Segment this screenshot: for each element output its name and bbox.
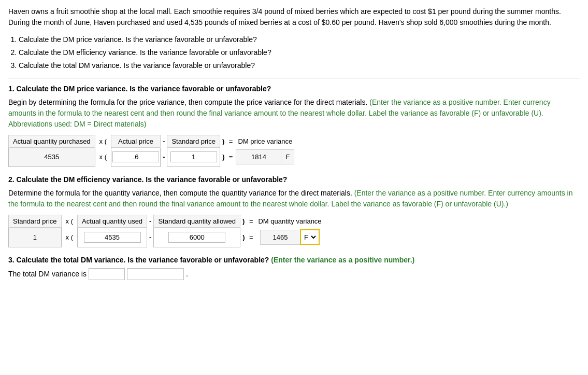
question-2-item: Calculate the DM efficiency variance. Is…	[19, 46, 580, 59]
s2-header-sp: Standard price	[9, 215, 62, 227]
total-variance-period: .	[186, 270, 188, 278]
s1-op-minus1: -	[161, 135, 167, 147]
question-3-item: Calculate the total DM variance. Is the …	[19, 59, 580, 72]
section2-instruction: Determine the formula for the quantity v…	[8, 188, 580, 210]
s1-standard-price-input[interactable]	[170, 151, 217, 162]
s2-result-flag-cell[interactable]: F U	[300, 230, 319, 244]
s2-std-qty-input[interactable]	[168, 232, 225, 243]
s2-header-aqu: Actual quantity used	[78, 215, 147, 227]
questions-list: Calculate the DM price variance. Is the …	[8, 33, 580, 73]
s2-op-minus1: -	[147, 215, 154, 227]
total-variance-row: The total DM variance is .	[8, 268, 580, 280]
section3-heading: 3. Calculate the total DM variance. Is t…	[8, 256, 580, 264]
s1-result-value	[236, 150, 281, 164]
s2-result-label: DM quantity variance	[255, 215, 324, 227]
s2-input-sqa[interactable]	[154, 227, 240, 247]
s2-result-input[interactable]	[265, 232, 296, 242]
s2-op-paren: )	[240, 215, 247, 227]
s1-op-paren: )	[220, 135, 226, 147]
s2-paren-close2: )	[240, 227, 247, 247]
section1-formula-table: Actual quantity purchased x ( Actual pri…	[8, 135, 296, 167]
s2-eq2: =	[247, 227, 255, 247]
s2-result-value	[261, 230, 301, 244]
s2-flag-select[interactable]: F U	[302, 233, 318, 242]
s2-val-sp: 1	[9, 227, 62, 247]
s1-result-label: DM price variance	[235, 135, 295, 147]
divider	[8, 78, 580, 78]
s1-result-flag: F	[281, 150, 294, 164]
s2-actual-qty-input[interactable]	[84, 232, 141, 243]
total-variance-input1[interactable]	[89, 268, 125, 280]
s1-eq2: =	[227, 147, 235, 166]
section3: 3. Calculate the total DM variance. Is t…	[8, 256, 580, 280]
s1-val-aqp: 4535	[9, 147, 95, 166]
s2-op-minus2: -	[147, 227, 154, 247]
s1-input-sp[interactable]	[167, 147, 220, 166]
s1-header-aqp: Actual quantity purchased	[9, 135, 95, 147]
s1-result-area: F	[235, 147, 295, 166]
total-variance-label: The total DM variance is	[8, 270, 87, 278]
s2-val-xp: x (	[61, 227, 77, 247]
s1-val-xp: x (	[95, 147, 111, 166]
section1: 1. Calculate the DM price variance. Is t…	[8, 85, 580, 167]
s2-result-area: F U	[255, 227, 324, 247]
section1-heading: 1. Calculate the DM price variance. Is t…	[8, 85, 580, 93]
s1-header-ap: Actual price	[111, 135, 161, 147]
s1-header-sp: Standard price	[167, 135, 220, 147]
section2-formula-table: Standard price x ( Actual quantity used …	[8, 215, 325, 247]
s2-header-xp: x (	[61, 215, 77, 227]
section2-heading: 2. Calculate the DM efficiency variance.…	[8, 175, 580, 184]
total-variance-input2[interactable]	[127, 268, 184, 280]
s1-result-input[interactable]	[240, 152, 277, 162]
question-1-item: Calculate the DM price variance. Is the …	[19, 33, 580, 46]
s1-actual-price-input[interactable]	[112, 151, 159, 162]
s1-op-minus2: -	[161, 147, 167, 166]
s2-input-aqu[interactable]	[78, 227, 147, 247]
s1-header-xp: x (	[95, 135, 111, 147]
s1-op-eq: =	[227, 135, 235, 147]
s1-result-table: F	[236, 149, 294, 164]
s1-input-ap[interactable]	[111, 147, 161, 166]
intro-paragraph: Haven owns a fruit smoothie shop at the …	[8, 6, 580, 28]
section1-instruction: Begin by determining the formula for the…	[8, 97, 580, 130]
section2: 2. Calculate the DM efficiency variance.…	[8, 175, 580, 247]
s2-header-sqa: Standard quantity allowed	[154, 215, 240, 227]
s2-result-table: F U	[260, 229, 320, 245]
s2-op-eq: =	[247, 215, 255, 227]
s1-paren-close2: )	[220, 147, 226, 166]
